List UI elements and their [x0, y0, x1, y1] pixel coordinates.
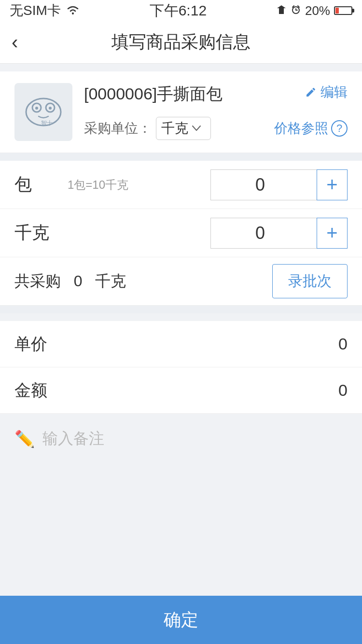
svg-point-6	[49, 107, 52, 110]
price-section: 单价 0 金额 0	[0, 321, 362, 414]
product-image: 智十	[14, 83, 72, 141]
notes-placeholder: 输入备注	[42, 428, 104, 449]
kg-row: 千克 +	[0, 209, 362, 257]
price-ref-button[interactable]: 价格参照 ?	[274, 119, 348, 138]
kg-label: 千克	[14, 221, 63, 245]
confirm-bar[interactable]: 确定	[0, 596, 362, 644]
unit-price-label: 单价	[14, 333, 47, 355]
unit-price-row: 单价 0	[0, 321, 362, 367]
confirm-button[interactable]: 确定	[164, 608, 198, 632]
amount-value: 0	[338, 381, 348, 400]
status-left: 无SIM卡	[10, 1, 80, 20]
product-card: 智十 [0000006]手撕面包 编辑 采购单位： 千克	[0, 71, 362, 153]
wifi-icon	[66, 3, 80, 18]
price-ref-help-icon: ?	[331, 120, 348, 137]
bao-plus-button[interactable]: +	[317, 169, 348, 200]
bao-label: 包	[14, 173, 63, 196]
unit-section: 采购单位： 千克	[84, 117, 211, 140]
bao-row: 包 1包=10千克 +	[0, 161, 362, 209]
battery-icon	[334, 6, 352, 15]
total-text: 共采购 0 千克	[14, 271, 126, 292]
svg-point-5	[35, 107, 38, 110]
product-name: [0000006]手撕面包	[84, 83, 305, 105]
purchase-unit-row: 采购单位： 千克 价格参照 ?	[84, 117, 348, 140]
section-divider-1	[0, 153, 362, 161]
alarm-icon	[291, 3, 301, 18]
status-right: 20%	[276, 3, 352, 18]
battery-percent: 20%	[305, 3, 330, 18]
unit-select[interactable]: 千克	[156, 117, 211, 140]
edit-button[interactable]: 编辑	[305, 83, 348, 101]
amount-row: 金额 0	[0, 367, 362, 414]
bao-input[interactable]	[210, 169, 317, 200]
amount-label: 金额	[14, 379, 47, 402]
back-button[interactable]: ‹	[12, 31, 18, 53]
notes-section[interactable]: ✏️ 输入备注	[0, 414, 362, 464]
input-section: 包 1包=10千克 + 千克 + 共采购 0 千克	[0, 161, 362, 306]
kg-plus-button[interactable]: +	[317, 218, 348, 249]
nav-bar: ‹ 填写商品采购信息	[0, 21, 362, 64]
carrier-label: 无SIM卡	[10, 1, 61, 20]
content: 智十 [0000006]手撕面包 编辑 采购单位： 千克	[0, 71, 362, 644]
kg-controls: +	[210, 218, 348, 249]
kg-input[interactable]	[210, 218, 317, 249]
bao-controls: +	[210, 169, 348, 200]
pencil-icon: ✏️	[14, 429, 35, 448]
svg-point-0	[72, 13, 74, 14]
status-time: 下午6:12	[150, 1, 207, 21]
status-bar: 无SIM卡 下午6:12 20%	[0, 0, 362, 21]
product-header: [0000006]手撕面包 编辑	[84, 83, 348, 105]
total-row: 共采购 0 千克 录批次	[0, 257, 362, 306]
bao-sublabel: 1包=10千克	[68, 177, 210, 193]
page-title: 填写商品采购信息	[111, 30, 251, 54]
unit-price-value: 0	[338, 335, 348, 353]
svg-text:智十: 智十	[41, 120, 53, 126]
location-icon	[276, 3, 287, 18]
section-divider-2	[0, 306, 362, 313]
unit-label: 采购单位：	[84, 121, 152, 136]
product-info: [0000006]手撕面包 编辑 采购单位： 千克 价格参	[84, 83, 348, 140]
record-batch-button[interactable]: 录批次	[272, 264, 348, 298]
